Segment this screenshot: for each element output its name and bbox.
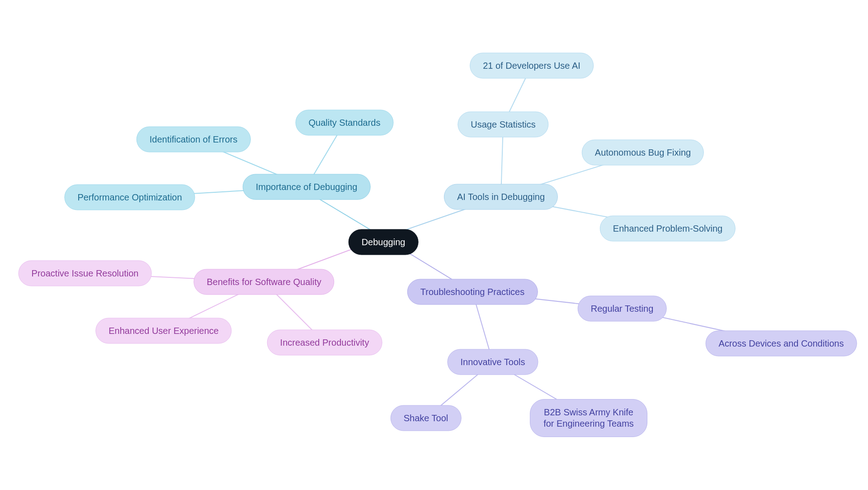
- node-proactive-issue[interactable]: Proactive Issue Resolution: [19, 261, 152, 286]
- node-identification-errors[interactable]: Identification of Errors: [137, 127, 251, 152]
- center-node-debugging[interactable]: Debugging: [349, 229, 419, 255]
- node-usage-statistics[interactable]: Usage Statistics: [458, 112, 548, 138]
- node-autonomous-bug-fixing[interactable]: Autonomous Bug Fixing: [582, 140, 704, 166]
- node-increased-productivity[interactable]: Increased Productivity: [267, 330, 382, 356]
- node-ai-tools[interactable]: AI Tools in Debugging: [444, 184, 558, 210]
- node-b2b-swiss-army[interactable]: B2B Swiss Army Knife for Engineering Tea…: [530, 399, 647, 437]
- node-enhanced-ux[interactable]: Enhanced User Experience: [95, 318, 231, 344]
- node-quality-standards[interactable]: Quality Standards: [296, 110, 394, 136]
- node-shake-tool[interactable]: Shake Tool: [391, 405, 462, 431]
- node-across-devices[interactable]: Across Devices and Conditions: [706, 331, 857, 357]
- node-benefits[interactable]: Benefits for Software Quality: [193, 269, 334, 295]
- node-performance-optimization[interactable]: Performance Optimization: [64, 185, 195, 210]
- node-innovative-tools[interactable]: Innovative Tools: [447, 349, 538, 375]
- mindmap-canvas: Debugging Importance of Debugging Identi…: [0, 0, 868, 490]
- node-regular-testing[interactable]: Regular Testing: [578, 296, 667, 322]
- node-21-developers[interactable]: 21 of Developers Use AI: [470, 53, 594, 79]
- node-enhanced-problem-solving[interactable]: Enhanced Problem-Solving: [600, 216, 736, 242]
- node-troubleshooting[interactable]: Troubleshooting Practices: [407, 279, 538, 305]
- node-importance[interactable]: Importance of Debugging: [243, 174, 371, 200]
